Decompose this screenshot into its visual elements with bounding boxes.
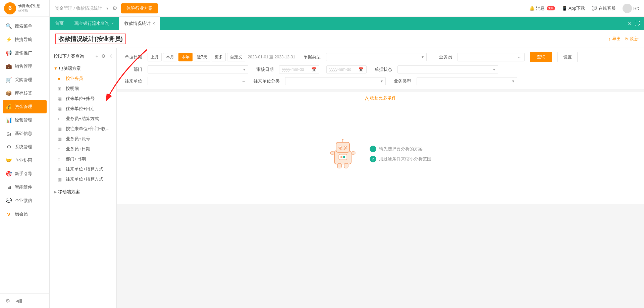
refresh-button[interactable]: ↻ 刷新	[625, 36, 639, 42]
scheme-by-unit-settlement2[interactable]: ▦ 往来单位+结算方式	[50, 174, 116, 184]
docstatus-select[interactable]: ▾	[397, 65, 498, 73]
message-item[interactable]: 🔔 消息 99+	[529, 5, 555, 11]
collapse-panel-icon[interactable]: 《	[108, 53, 112, 59]
review-date-start[interactable]: yyyy-mm-dd 📅	[279, 65, 319, 73]
scheme-by-unit-date[interactable]: ▦ 往来单位+日期	[50, 104, 116, 114]
query-button[interactable]: 查询	[530, 52, 552, 62]
unit-category-select[interactable]: ▾	[285, 77, 386, 85]
empty-steps: 1 请先选择要分析的方案 2 用过滤条件来缩小分析范围	[370, 146, 431, 162]
tab-bank-close[interactable]: ×	[111, 21, 114, 26]
dept-arrow-icon: ▾	[243, 67, 245, 72]
scheme-by-unit-account[interactable]: ▦ 往来单位+账号	[50, 94, 116, 104]
breadcrumb: 资金管理 / 收款情况统计	[55, 5, 102, 11]
circle2-icon: ○	[58, 156, 64, 162]
date-btn-custom[interactable]: 自定义	[227, 53, 245, 61]
date-btn-lastmonth[interactable]: 上月	[148, 53, 162, 61]
user-name: Rit	[633, 6, 639, 11]
date-btn-thismonth[interactable]: 本月	[163, 53, 177, 61]
calendar-start-icon: 📅	[311, 67, 316, 72]
scheme-by-sales-settlement[interactable]: ▪ 业务员+结算方式	[50, 114, 116, 124]
sidebar-item-vip[interactable]: V 畅会员	[0, 207, 49, 221]
sidebar-item-operations[interactable]: 📊 经营管理	[0, 113, 49, 127]
tab-bank[interactable]: 现金银行流水查询 ×	[69, 17, 119, 30]
collapse-bar[interactable]: ⋀ 收起更多条件	[117, 92, 644, 104]
breadcrumb-dropdown[interactable]: ▾	[106, 6, 108, 11]
mobile-section-header[interactable]: ▶ 移动端方案	[50, 187, 116, 197]
collapse-footer-icon[interactable]: ◀▮	[15, 298, 22, 304]
tab-home-label: 首页	[55, 20, 64, 27]
tab-receipt-close[interactable]: ×	[153, 21, 155, 26]
sidebar-item-wechat[interactable]: 💬 企业微信	[0, 194, 49, 207]
review-date-group: yyyy-mm-dd 📅 — yyyy-mm-dd 📅	[279, 65, 367, 73]
export-button[interactable]: ↑ 导出	[609, 36, 621, 42]
scheme-by-detail[interactable]: ⊞ 按明细	[50, 84, 116, 94]
settings-scheme-icon[interactable]: ⚙	[101, 53, 106, 59]
scheme-by-unit-settlement1[interactable]: ⊞ 往来单位+结算方式	[50, 164, 116, 174]
tab-bank-label: 现金银行流水查询	[74, 20, 109, 27]
date-btn-7days[interactable]: 近7天	[194, 53, 210, 61]
dept-select[interactable]: ▾	[148, 65, 248, 73]
date-separator: —	[321, 67, 325, 72]
scheme-by-sales-account[interactable]: ▦ 业务员+账号	[50, 134, 116, 144]
mobile-section-label: 移动端方案	[58, 189, 80, 195]
sidebar-item-search[interactable]: 🔍 搜索菜单	[0, 19, 49, 33]
svg-point-13	[340, 156, 342, 158]
review-date-label: 审核日期	[254, 66, 274, 72]
salesperson-more-icon: ···	[518, 55, 522, 60]
app-name: 畅捷通好生意	[18, 3, 40, 8]
message-icon: 🔔	[529, 6, 535, 11]
sidebar-item-corp[interactable]: 🤝 企业协同	[0, 154, 49, 167]
download-icon: 📱	[562, 6, 567, 11]
sidebar-item-sales[interactable]: 💼 销售管理	[0, 60, 49, 73]
biztype-select[interactable]: ▾	[417, 77, 517, 85]
date-btn-more[interactable]: 更多	[212, 53, 226, 61]
scheme-by-salesperson[interactable]: ● 按业务员	[50, 73, 116, 84]
scheme-by-dept-date[interactable]: ○ 部门+日期	[50, 154, 116, 164]
tab-home[interactable]: 首页	[50, 17, 69, 30]
app-download-item[interactable]: 📱 App下载	[562, 5, 585, 11]
sidebar-item-marketing[interactable]: 📢 营销推广	[0, 46, 49, 60]
desktop-section-header[interactable]: ▼ 电脑端方案	[50, 63, 116, 73]
sidebar-item-hardware[interactable]: 🖥 智能硬件	[0, 181, 49, 194]
setting-button[interactable]: 设置	[557, 52, 578, 62]
tab-expand-icon[interactable]: ⛶	[635, 20, 640, 27]
vip-icon: V	[5, 211, 12, 217]
topbar-gear-icon[interactable]: ⚙	[112, 5, 117, 11]
sidebar-item-quick[interactable]: ⚡ 快捷导航	[0, 33, 49, 46]
online-service-item[interactable]: 💬 在线客服	[592, 5, 616, 11]
date-btn-thisyear[interactable]: 本年	[178, 53, 193, 61]
inventory-icon: 📦	[5, 90, 12, 97]
scheme-by-sales-date[interactable]: ○ 业务员+日期	[50, 144, 116, 154]
tab-receipt[interactable]: 收款情况统计 ×	[119, 17, 160, 30]
bar-icon: ▪	[58, 116, 64, 122]
sidebar-item-inventory[interactable]: 📦 库存核算	[0, 87, 49, 100]
hardware-icon: 🖥	[5, 184, 12, 191]
sidebar-item-finance[interactable]: 💰 资金管理	[3, 100, 47, 113]
table4-icon: ▦	[58, 136, 64, 142]
tab-close-all-icon[interactable]: ✕	[628, 20, 632, 27]
add-scheme-icon[interactable]: ＋	[95, 53, 99, 59]
biztype-label: 业务类型	[391, 78, 411, 84]
trial-button[interactable]: 体验行业方案	[121, 3, 158, 13]
svg-point-14	[343, 156, 345, 158]
doctype-select[interactable]: ▾	[326, 53, 427, 61]
sidebar-item-base[interactable]: 🗂 基础信息	[0, 127, 49, 140]
user-avatar	[623, 4, 632, 13]
sidebar-item-system[interactable]: ⚙ 系统管理	[0, 140, 49, 154]
quick-icon: ⚡	[5, 36, 12, 43]
desktop-toggle-icon: ▼	[54, 66, 58, 71]
sidebar-item-guide[interactable]: 🎯 新手引导	[0, 167, 49, 181]
date-group: 上月 本月 本年 近7天 更多 自定义 2023-01-01 至 2023-12…	[148, 53, 295, 61]
unit-category-arrow-icon: ▾	[381, 79, 383, 84]
app-edition: 标准版	[18, 8, 40, 13]
main-content: 收款情况统计(按业务员) ↑ 导出 ↻ 刷新 按以下方案查询 ＋ ⚙ 《	[50, 30, 644, 308]
scheme-by-unit-dept[interactable]: ▦ 按往来单位+部门+收...	[50, 124, 116, 134]
salesperson-select[interactable]: ···	[458, 53, 525, 61]
sidebar-item-purchase[interactable]: 🛒 采购管理	[0, 73, 49, 87]
empty-step-1: 1 请先选择要分析的方案	[370, 146, 431, 152]
user-avatar-item[interactable]: Rit	[623, 4, 639, 13]
settings-footer-icon[interactable]: ⚙	[5, 298, 10, 304]
right-panel: 单据日期 上月 本月 本年 近7天 更多 自定义 2023-01-01 至 20…	[117, 48, 644, 308]
review-date-end[interactable]: yyyy-mm-dd 📅	[326, 65, 367, 73]
unit-select[interactable]: ···	[148, 77, 248, 85]
